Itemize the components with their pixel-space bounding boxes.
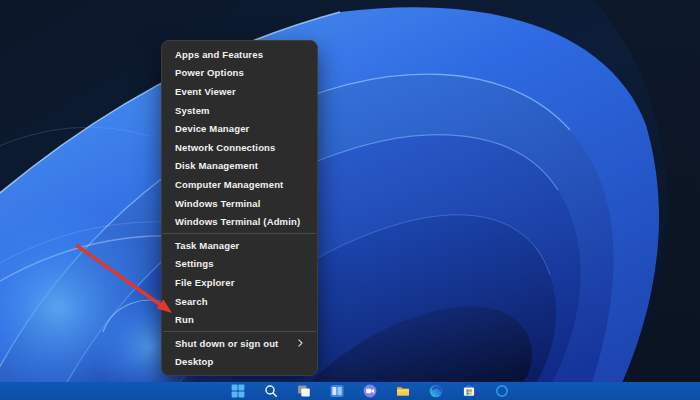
- store-button[interactable]: [462, 384, 476, 398]
- edge-icon: [429, 384, 443, 398]
- ring-icon: [495, 384, 509, 398]
- menu-item-settings[interactable]: Settings: [162, 255, 317, 274]
- chat-icon: [363, 384, 377, 398]
- winx-context-menu: Apps and Features Power Options Event Vi…: [161, 40, 318, 376]
- edge-button[interactable]: [429, 384, 443, 398]
- menu-item-disk-management[interactable]: Disk Management: [162, 157, 317, 176]
- menu-item-file-explorer[interactable]: File Explorer: [162, 273, 317, 292]
- menu-item-windows-terminal[interactable]: Windows Terminal: [162, 194, 317, 213]
- widgets-button[interactable]: [330, 384, 344, 398]
- menu-group-system-tools: Apps and Features Power Options Event Vi…: [162, 45, 317, 231]
- taskbar: [0, 382, 700, 400]
- chat-button[interactable]: [363, 384, 377, 398]
- menu-group-shell: Task Manager Settings File Explorer Sear…: [162, 236, 317, 329]
- file-explorer-icon: [396, 384, 410, 398]
- menu-item-task-manager[interactable]: Task Manager: [162, 236, 317, 255]
- menu-group-session: Shut down or sign out Desktop: [162, 334, 317, 371]
- menu-item-device-manager[interactable]: Device Manager: [162, 119, 317, 138]
- menu-separator: [163, 331, 316, 332]
- menu-item-desktop[interactable]: Desktop: [162, 353, 317, 372]
- store-icon: [462, 384, 476, 398]
- menu-item-event-viewer[interactable]: Event Viewer: [162, 82, 317, 101]
- menu-item-system[interactable]: System: [162, 101, 317, 120]
- desktop: Apps and Features Power Options Event Vi…: [0, 0, 700, 400]
- file-explorer-button[interactable]: [396, 384, 410, 398]
- chevron-right-icon: [298, 339, 303, 347]
- desktop-wallpaper-bloom: [0, 0, 700, 400]
- menu-item-run[interactable]: Run: [162, 310, 317, 329]
- task-view-icon: [297, 384, 311, 398]
- menu-item-computer-management[interactable]: Computer Management: [162, 175, 317, 194]
- menu-item-windows-terminal-admin[interactable]: Windows Terminal (Admin): [162, 212, 317, 231]
- ring-app-button[interactable]: [495, 384, 509, 398]
- taskbar-icons: [231, 384, 509, 398]
- search-button[interactable]: [264, 384, 278, 398]
- menu-separator: [163, 233, 316, 234]
- task-view-button[interactable]: [297, 384, 311, 398]
- menu-item-search[interactable]: Search: [162, 292, 317, 311]
- start-icon: [231, 384, 245, 398]
- widgets-icon: [330, 384, 344, 398]
- menu-item-label: Shut down or sign out: [175, 338, 278, 349]
- start-button[interactable]: [231, 384, 245, 398]
- menu-item-network-connections[interactable]: Network Connections: [162, 138, 317, 157]
- menu-item-shut-down-or-sign-out[interactable]: Shut down or sign out: [162, 334, 317, 353]
- search-icon: [264, 384, 278, 398]
- menu-item-apps-and-features[interactable]: Apps and Features: [162, 45, 317, 64]
- menu-item-power-options[interactable]: Power Options: [162, 64, 317, 83]
